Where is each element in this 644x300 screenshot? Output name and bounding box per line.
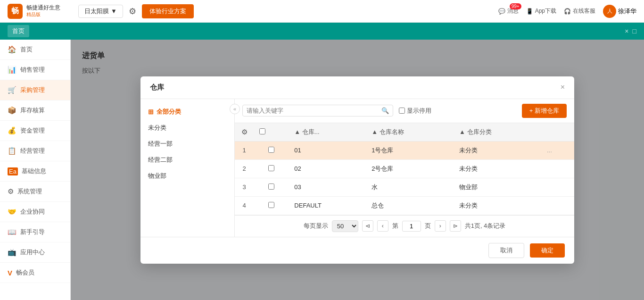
td-category: 未分类 (454, 159, 541, 178)
inventory-icon: 📦 (8, 106, 17, 115)
page-next-btn[interactable]: › (435, 220, 446, 232)
logo-area: 畅 畅捷通好生意 精品版 (8, 4, 78, 19)
home-icon: 🏠 (8, 45, 17, 54)
sidebar-item-basic-info[interactable]: Ea 基础信息 (0, 161, 70, 182)
page-prev-btn[interactable]: ‹ (377, 220, 388, 232)
tree-item-all[interactable]: ⊞ 全部分类 (140, 104, 234, 120)
td-more[interactable] (541, 178, 574, 196)
system-icon: ⚙ (8, 187, 14, 196)
headset-icon: 🎧 (564, 8, 571, 15)
td-row-num: 2 (235, 159, 254, 178)
phone-icon: 📱 (526, 8, 533, 15)
settings-icon[interactable]: ⚙ (129, 6, 136, 17)
header-middle: 日太阳膜 ▼ ⚙ 体验行业方案 (78, 4, 498, 18)
td-category: 未分类 (454, 196, 541, 215)
select-all-checkbox[interactable] (259, 128, 265, 134)
close-window-icon[interactable]: × (625, 27, 628, 35)
modal-body: « ⊞ 全部分类 未分类 经营一部 经营二部 物业部 (140, 99, 574, 237)
logo-text: 畅捷通好生意 精品版 (26, 4, 60, 18)
sidebar-item-apps[interactable]: 📺 应用中心 (0, 242, 70, 263)
grid-icon: ⊞ (148, 108, 154, 116)
confirm-btn[interactable]: 确定 (530, 243, 565, 258)
td-checkbox[interactable] (254, 196, 289, 215)
td-code: DEFAULT (289, 196, 366, 215)
industry-btn[interactable]: 体验行业方案 (142, 4, 194, 18)
table-row: 1 01 1号仓库 未分类 ... (235, 141, 574, 159)
td-more[interactable] (541, 196, 574, 215)
sidebar-item-purchase[interactable]: 🛒 采购管理 (0, 80, 70, 100)
add-warehouse-btn[interactable]: + 新增仓库 (522, 104, 567, 118)
sidebar-item-operations[interactable]: 📋 经营管理 (0, 141, 70, 161)
td-more[interactable] (541, 159, 574, 178)
member-icon: V (8, 269, 12, 277)
sidebar-item-enterprise[interactable]: 🤝 企业协同 (0, 202, 70, 222)
logo-icon: 畅 (8, 4, 23, 19)
sales-icon: 📊 (8, 66, 17, 74)
top-header: 畅 畅捷通好生意 精品版 日太阳膜 ▼ ⚙ 体验行业方案 💬 消息 99+ 📱 … (0, 0, 644, 23)
td-name: 2号仓库 (366, 159, 454, 178)
sidebar-item-home[interactable]: 🏠 首页 (0, 40, 70, 60)
page-first-btn[interactable]: ⊲ (362, 220, 373, 232)
th-name[interactable]: ▲ 仓库名称 (366, 123, 454, 142)
tree-item-property[interactable]: 物业部 (140, 168, 234, 184)
sidebar-item-inventory[interactable]: 📦 库存核算 (0, 100, 70, 121)
per-page-select[interactable]: 50 100 (332, 220, 358, 232)
table-row: 4 DEFAULT 总仓 未分类 (235, 196, 574, 215)
purchase-icon: 🛒 (8, 86, 17, 94)
td-checkbox[interactable] (254, 159, 289, 178)
modal-footer: 取消 确定 (140, 237, 574, 264)
store-selector[interactable]: 日太阳膜 ▼ (78, 5, 123, 18)
sidebar: 🏠 首页 📊 销售管理 🛒 采购管理 📦 库存核算 💰 资金管理 📋 经营管理 … (0, 40, 71, 300)
th-code[interactable]: ▲ 仓库... (289, 123, 366, 142)
warehouse-modal: 仓库 × « ⊞ 全部分类 未分类 经营一部 经营二部 (140, 76, 574, 264)
td-row-num: 4 (235, 196, 254, 215)
th-category[interactable]: ▲ 仓库分类 (454, 123, 541, 142)
online-service-btn[interactable]: 🎧 在线客服 (564, 7, 595, 15)
td-name: 总仓 (366, 196, 454, 215)
show-disabled-checkbox-label[interactable]: 显示停用 (399, 107, 431, 115)
sidebar-item-finance[interactable]: 💰 资金管理 (0, 121, 70, 141)
tab-home[interactable]: 首页 (8, 25, 29, 37)
sidebar-item-guide[interactable]: 📖 新手引导 (0, 222, 70, 242)
user-avatar-area[interactable]: 人 徐泽华 (603, 5, 636, 18)
sidebar-item-system[interactable]: ⚙ 系统管理 (0, 182, 70, 202)
search-box: 🔍 (242, 105, 393, 117)
sub-header: 首页 × □ (0, 23, 644, 40)
operations-icon: 📋 (8, 147, 17, 155)
tree-item-dept2[interactable]: 经营二部 (140, 152, 234, 168)
search-input[interactable] (247, 107, 379, 114)
modal-close-btn[interactable]: × (561, 83, 565, 92)
show-disabled-checkbox[interactable] (399, 108, 405, 114)
td-row-num: 1 (235, 141, 254, 159)
td-name: 1号仓库 (366, 141, 454, 159)
app-download-btn[interactable]: 📱 App下载 (526, 7, 556, 15)
th-gear: ⚙ (235, 123, 254, 142)
td-code: 02 (289, 159, 366, 178)
td-checkbox[interactable] (254, 141, 289, 159)
tree-collapse-btn[interactable]: « (230, 104, 240, 114)
username-label: 徐泽华 (618, 7, 636, 16)
search-icon[interactable]: 🔍 (381, 107, 389, 114)
finance-icon: 💰 (8, 126, 17, 135)
td-category: 物业部 (454, 178, 541, 196)
page-last-btn[interactable]: ⊳ (450, 220, 461, 232)
td-checkbox[interactable] (254, 178, 289, 196)
page-number-input[interactable] (402, 221, 421, 232)
sidebar-item-member[interactable]: V 畅会员 (0, 263, 70, 283)
enterprise-icon: 🤝 (8, 208, 17, 216)
tree-item-uncat[interactable]: 未分类 (140, 120, 234, 136)
sub-header-actions: × □ (625, 27, 636, 35)
main-layout: 🏠 首页 📊 销售管理 🛒 采购管理 📦 库存核算 💰 资金管理 📋 经营管理 … (0, 40, 644, 300)
cancel-btn[interactable]: 取消 (488, 243, 524, 258)
sidebar-item-sales[interactable]: 📊 销售管理 (0, 60, 70, 80)
modal-backdrop: 仓库 × « ⊞ 全部分类 未分类 经营一部 经营二部 (71, 40, 644, 300)
td-more[interactable]: ... (541, 141, 574, 159)
expand-window-icon[interactable]: □ (633, 27, 636, 35)
message-btn[interactable]: 💬 消息 99+ (498, 7, 519, 15)
gear-icon[interactable]: ⚙ (241, 128, 248, 136)
header-right: 💬 消息 99+ 📱 App下载 🎧 在线客服 人 徐泽华 (498, 5, 636, 18)
tree-item-dept1[interactable]: 经营一部 (140, 136, 234, 152)
modal-header: 仓库 × (140, 76, 574, 99)
th-action (541, 123, 574, 142)
pagination: 每页显示 50 100 ⊲ ‹ 第 页 › ⊳ 共 (235, 215, 574, 237)
